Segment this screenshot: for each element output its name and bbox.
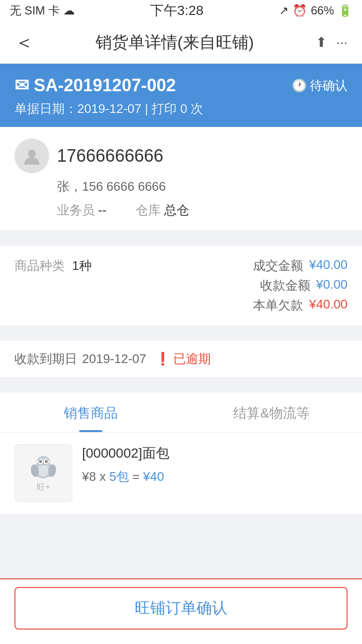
battery-level: 66% bbox=[311, 4, 334, 17]
order-id-text: SA-20191207-002 bbox=[34, 75, 176, 96]
deal-amount-value: ¥40.00 bbox=[309, 257, 348, 274]
page-title: 销货单详情(来自旺铺) bbox=[96, 31, 254, 54]
divider-1 bbox=[0, 238, 362, 246]
nav-bar: ＜ 销货单详情(来自旺铺) ⬆ ··· bbox=[0, 21, 362, 64]
product-total: ¥40 bbox=[143, 469, 164, 484]
nav-left: ＜ bbox=[14, 29, 34, 56]
product-price-row: ¥8 x 5包 = ¥40 bbox=[82, 468, 348, 485]
share-icon[interactable]: ⬆ bbox=[316, 34, 327, 50]
summary-card: 商品种类 1种 成交金额 ¥40.00 收款金额 ¥0.00 本单欠款 ¥40.… bbox=[0, 246, 362, 325]
product-image: 旺+ bbox=[14, 444, 72, 502]
bottom-bar: 旺铺订单确认 bbox=[0, 578, 362, 644]
alarm-icon: ⏰ bbox=[292, 4, 307, 17]
status-bar: 无 SIM 卡 ☁ 下午3:28 ↗ ⏰ 66% 🔋 bbox=[0, 0, 362, 21]
deal-amount: 成交金额 ¥40.00 bbox=[253, 257, 348, 274]
overdue-badge: ❗ 已逾期 bbox=[155, 350, 211, 367]
product-equals: = bbox=[129, 469, 143, 484]
product-price: ¥8 x bbox=[82, 469, 109, 484]
order-date: 单据日期：2019-12-07 | 打印 0 次 bbox=[14, 100, 348, 117]
svg-point-0 bbox=[28, 150, 36, 157]
product-owl-logo: 旺+ bbox=[29, 453, 58, 493]
tabs: 销售商品 结算&物流等 bbox=[0, 392, 362, 433]
status-text: 待确认 bbox=[310, 77, 348, 94]
confirm-order-button[interactable]: 旺铺订单确认 bbox=[14, 587, 348, 630]
product-section: 旺+ [0000002]面包 ¥8 x 5包 = ¥40 bbox=[0, 433, 362, 514]
order-id-row: ✉ SA-20191207-002 🕐 待确认 bbox=[14, 75, 348, 96]
due-date-label: 收款到期日 bbox=[14, 350, 77, 367]
product-item: 旺+ [0000002]面包 ¥8 x 5包 = ¥40 bbox=[0, 433, 362, 514]
due-date-card: 收款到期日 2019-12-07 ❗ 已逾期 bbox=[0, 341, 362, 377]
received-amount: 收款金额 ¥0.00 bbox=[260, 277, 348, 294]
warehouse-info: 仓库 总仓 bbox=[136, 202, 189, 219]
status-left: 无 SIM 卡 ☁ bbox=[10, 3, 75, 18]
debt-amount-value: ¥40.00 bbox=[309, 297, 348, 314]
overdue-icon: ❗ bbox=[155, 351, 170, 366]
status-right: ↗ ⏰ 66% 🔋 bbox=[279, 4, 352, 17]
status-clock-icon: 🕐 bbox=[292, 78, 307, 93]
amounts: 成交金额 ¥40.00 收款金额 ¥0.00 本单欠款 ¥40.00 bbox=[253, 257, 348, 314]
product-type: 商品种类 1种 bbox=[14, 257, 92, 274]
tab-settlement[interactable]: 结算&物流等 bbox=[181, 392, 362, 432]
tab-sales-product[interactable]: 销售商品 bbox=[0, 392, 181, 432]
product-type-value: 1种 bbox=[72, 258, 91, 273]
divider-2 bbox=[0, 333, 362, 341]
order-id-icon: ✉ bbox=[14, 75, 29, 96]
order-status: 🕐 待确认 bbox=[292, 77, 348, 94]
more-icon[interactable]: ··· bbox=[336, 35, 348, 50]
order-id: ✉ SA-20191207-002 bbox=[14, 75, 176, 96]
product-info: [0000002]面包 ¥8 x 5包 = ¥40 bbox=[82, 444, 348, 485]
status-time: 下午3:28 bbox=[150, 1, 204, 20]
avatar bbox=[14, 139, 49, 173]
summary-row: 商品种类 1种 成交金额 ¥40.00 收款金额 ¥0.00 本单欠款 ¥40.… bbox=[14, 257, 348, 314]
salesperson-label: 业务员 -- bbox=[57, 202, 107, 219]
nav-right: ⬆ ··· bbox=[316, 34, 348, 50]
location-icon: ↗ bbox=[279, 4, 289, 17]
product-name: [0000002]面包 bbox=[82, 444, 348, 462]
customer-meta: 业务员 -- 仓库 总仓 bbox=[57, 202, 348, 219]
customer-phone: 17666666666 bbox=[57, 146, 163, 166]
sim-status: 无 SIM 卡 ☁ bbox=[10, 3, 75, 18]
svg-point-10 bbox=[38, 465, 49, 476]
product-quantity: 5包 bbox=[109, 469, 128, 484]
product-type-label: 商品种类 bbox=[14, 258, 65, 273]
back-button[interactable]: ＜ bbox=[14, 29, 34, 56]
due-date-value: 2019-12-07 bbox=[82, 351, 146, 366]
debt-amount: 本单欠款 ¥40.00 bbox=[253, 297, 348, 314]
divider-3 bbox=[0, 385, 362, 392]
received-amount-value: ¥0.00 bbox=[316, 277, 348, 294]
battery-icon: 🔋 bbox=[338, 4, 352, 17]
overdue-text: 已逾期 bbox=[173, 350, 211, 367]
customer-name: 张，156 6666 6666 bbox=[57, 178, 348, 195]
customer-row: 17666666666 bbox=[14, 139, 348, 173]
order-header: ✉ SA-20191207-002 🕐 待确认 单据日期：2019-12-07 … bbox=[0, 64, 362, 127]
customer-card: 17666666666 张，156 6666 6666 业务员 -- 仓库 总仓 bbox=[0, 127, 362, 230]
